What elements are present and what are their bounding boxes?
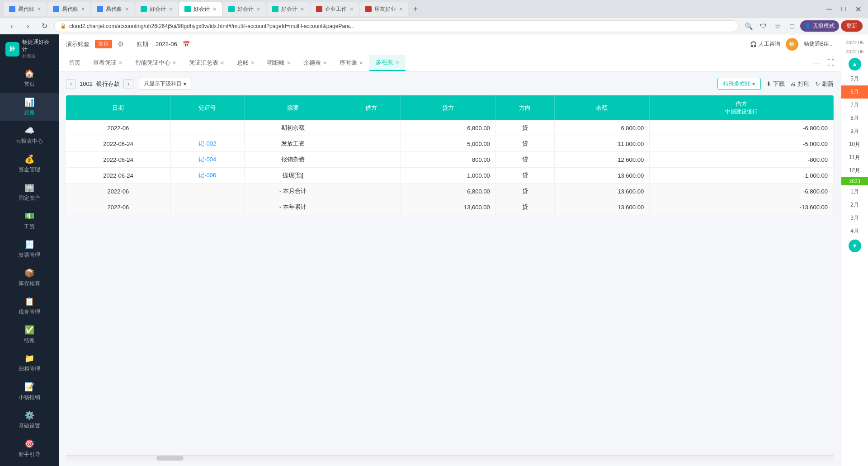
sidebar-item-member[interactable]: 👑 畅会员 bbox=[0, 463, 59, 466]
incognito-button[interactable]: 👤 无痕模式 bbox=[800, 20, 839, 32]
tab-haokuaiji-active[interactable]: 好会计 ✕ bbox=[179, 2, 222, 16]
sidebar-item-fund[interactable]: 💰 资金管理 bbox=[0, 150, 59, 178]
search-icon[interactable]: 🔍 bbox=[742, 20, 755, 33]
tab-yidaizhang-3[interactable]: 易代账 ✕ bbox=[91, 2, 134, 16]
scroll-down-button[interactable]: ▼ bbox=[849, 240, 861, 252]
tab-detail-ledger-close[interactable]: ✕ bbox=[287, 60, 291, 66]
download-button[interactable]: ⬇ 下载 bbox=[766, 80, 785, 88]
browser-right-icons: 🔍 🛡 ☆ □ 👤 无痕模式 更新 bbox=[742, 20, 863, 33]
scroll-up-button[interactable]: ▲ bbox=[849, 58, 861, 71]
restore-button[interactable]: □ bbox=[837, 3, 850, 15]
tab-smart-voucher-close[interactable]: ✕ bbox=[172, 60, 176, 66]
calendar-icon[interactable]: 📅 bbox=[183, 41, 190, 47]
multi-col-button[interactable]: 特殊多栏账 ▾ bbox=[717, 78, 761, 90]
tab-close-3[interactable]: ✕ bbox=[125, 6, 129, 12]
month-march[interactable]: 3月 bbox=[841, 212, 868, 225]
top-bar: 演示账套 常用 ⚙ 账期 2022-06 📅 🎧 人工咨询 畅 畅捷通B组... bbox=[59, 34, 841, 54]
minimize-button[interactable]: ─ bbox=[823, 3, 835, 15]
account-next-button[interactable]: › bbox=[123, 79, 133, 89]
month-jan[interactable]: 1月 bbox=[841, 185, 868, 198]
sidebar-item-expense[interactable]: 📝 小畅报销 bbox=[0, 377, 59, 406]
scrollbar-thumb[interactable] bbox=[156, 456, 184, 461]
sidebar-item-home[interactable]: 🏠 首页 bbox=[0, 64, 59, 93]
tab-close-7[interactable]: ✕ bbox=[300, 6, 304, 12]
tab-close-1[interactable]: ✕ bbox=[37, 6, 41, 12]
tab-yidaizhang-1[interactable]: 易代账 ✕ bbox=[4, 2, 47, 16]
tab-balance-table[interactable]: 余额表 ✕ bbox=[297, 55, 333, 71]
close-button[interactable]: ✕ bbox=[852, 3, 864, 15]
sidebar-item-salary[interactable]: 💵 工资 bbox=[0, 207, 59, 235]
close-account-icon: ✅ bbox=[24, 325, 34, 335]
topbar-settings-icon[interactable]: ⚙ bbox=[118, 40, 124, 48]
tab-voucher-summary-close[interactable]: ✕ bbox=[220, 60, 224, 66]
month-september[interactable]: 9月 bbox=[841, 125, 868, 138]
tab-general-ledger-close[interactable]: ✕ bbox=[250, 60, 255, 66]
refresh-nav-button[interactable]: ↻ bbox=[38, 20, 51, 33]
forward-button[interactable]: › bbox=[22, 20, 34, 33]
sidebar-item-archive[interactable]: 📁 归档管理 bbox=[0, 349, 59, 377]
tab-smart-voucher[interactable]: 智能凭证中心 ✕ bbox=[129, 55, 183, 71]
horizontal-scrollbar[interactable] bbox=[66, 455, 834, 461]
print-button[interactable]: 🖨 打印 bbox=[790, 80, 810, 88]
user-avatar: 畅 bbox=[786, 38, 798, 51]
tab-voucher-summary[interactable]: 凭证汇总表 ✕ bbox=[183, 55, 231, 71]
tab-close-8[interactable]: ✕ bbox=[349, 6, 354, 12]
tab-minimize-icon[interactable]: — bbox=[810, 56, 823, 69]
tab-close-6[interactable]: ✕ bbox=[256, 6, 260, 12]
month-april[interactable]: 4月 bbox=[841, 225, 868, 238]
tab-yidaizhang-2[interactable]: 易代账 ✕ bbox=[47, 2, 90, 16]
tab-home[interactable]: 首页 bbox=[62, 55, 87, 71]
month-june[interactable]: 6月 bbox=[841, 85, 868, 99]
voucher-link-006[interactable]: 记-006 bbox=[198, 172, 216, 179]
tab-sequence-ledger[interactable]: 序时账 ✕ bbox=[333, 55, 369, 71]
voucher-link-002[interactable]: 记-002 bbox=[198, 140, 216, 147]
star-icon[interactable]: ☆ bbox=[771, 20, 784, 33]
tab-detail-ledger[interactable]: 明细账 ✕ bbox=[261, 55, 297, 71]
month-december[interactable]: 12月 bbox=[841, 164, 868, 177]
tab-haokuaiji-1[interactable]: 好会计 ✕ bbox=[135, 2, 178, 16]
filter-select[interactable]: 只显示下级科目 ▾ bbox=[139, 78, 191, 90]
tab-haokuaiji-3[interactable]: 好会计 ✕ bbox=[267, 2, 310, 16]
sidebar-item-guide[interactable]: 🎯 新手引导 bbox=[0, 434, 59, 463]
month-october[interactable]: 10月 bbox=[841, 138, 868, 151]
sidebar-item-close-account[interactable]: ✅ 结账 bbox=[0, 320, 59, 349]
tab-yonyou[interactable]: 用友好业 ✕ bbox=[360, 2, 408, 16]
tab-close-5[interactable]: ✕ bbox=[212, 6, 217, 12]
month-july[interactable]: 7月 bbox=[841, 99, 868, 112]
tab-haokuaiji-2[interactable]: 好会计 ✕ bbox=[223, 2, 266, 16]
month-august[interactable]: 8月 bbox=[841, 112, 868, 125]
month-november[interactable]: 11月 bbox=[841, 151, 868, 164]
tab-close-2[interactable]: ✕ bbox=[81, 6, 85, 12]
month-feb[interactable]: 2月 bbox=[841, 198, 868, 212]
new-tab-button[interactable]: + bbox=[409, 3, 422, 15]
refresh-button[interactable]: ↻ 刷新 bbox=[815, 80, 834, 88]
tab-general-ledger[interactable]: 总账 ✕ bbox=[231, 55, 261, 71]
tab-multi-column-close[interactable]: ✕ bbox=[395, 60, 399, 66]
sidebar-item-inventory[interactable]: 📦 库存核算 bbox=[0, 264, 59, 292]
archive-icon: 📁 bbox=[24, 353, 34, 363]
tab-expand-icon[interactable]: ⛶ bbox=[825, 56, 837, 69]
url-bar[interactable]: 🔒 cloud2.chanjet.com/accounting/uh26t264… bbox=[54, 20, 739, 32]
back-button[interactable]: ‹ bbox=[5, 20, 18, 33]
tab-balance-table-close[interactable]: ✕ bbox=[323, 60, 327, 66]
sidebar-item-invoice[interactable]: 🧾 发票管理 bbox=[0, 235, 59, 264]
account-prev-button[interactable]: ‹ bbox=[66, 79, 76, 89]
shield-icon[interactable]: 🛡 bbox=[757, 20, 769, 33]
tab-close-4[interactable]: ✕ bbox=[169, 6, 173, 12]
tab-close-9[interactable]: ✕ bbox=[399, 6, 403, 12]
update-button[interactable]: 更新 bbox=[841, 20, 863, 32]
sidebar-item-settings[interactable]: ⚙️ 基础设置 bbox=[0, 406, 59, 434]
sidebar-item-cloud-report[interactable]: ☁️ 云报表中心 bbox=[0, 121, 59, 150]
tab-view-voucher[interactable]: 查看凭证 ✕ bbox=[87, 55, 129, 71]
tab-qiye[interactable]: 企业工作 ✕ bbox=[311, 2, 359, 16]
sidebar-item-fixed-assets[interactable]: 🏢 固定资产 bbox=[0, 178, 59, 207]
month-may[interactable]: 5月 bbox=[841, 72, 868, 85]
tab-sequence-ledger-close[interactable]: ✕ bbox=[359, 60, 363, 66]
help-button[interactable]: 🎧 人工咨询 bbox=[750, 40, 780, 48]
window-icon[interactable]: □ bbox=[786, 20, 798, 33]
sidebar-item-tax[interactable]: 📋 税务管理 bbox=[0, 292, 59, 320]
sidebar-item-ledger[interactable]: 📊 总账 bbox=[0, 93, 59, 121]
voucher-link-004[interactable]: 记-004 bbox=[198, 156, 216, 163]
tab-multi-column[interactable]: 多栏账 ✕ bbox=[369, 55, 406, 71]
tab-view-voucher-close[interactable]: ✕ bbox=[118, 60, 123, 66]
